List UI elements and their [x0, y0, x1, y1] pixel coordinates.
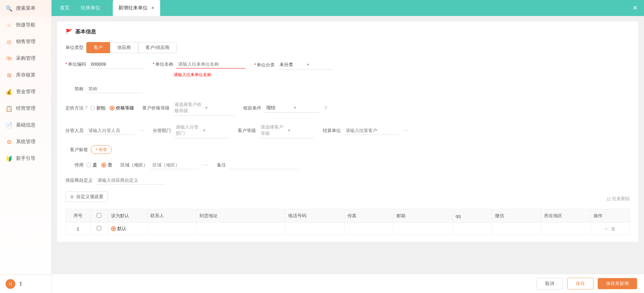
email-input[interactable]: [396, 226, 450, 231]
row-seq: 1: [66, 223, 91, 235]
tab-partners[interactable]: 往来单位 ✕: [75, 0, 113, 16]
sidebar-item-inventory[interactable]: ⊞ 库存核算: [0, 67, 51, 83]
unit-type-label: 单位类型: [65, 44, 84, 51]
code-input[interactable]: [89, 60, 144, 68]
yes-radio-circle: [86, 163, 91, 168]
select-all-checkbox[interactable]: [97, 213, 101, 218]
supplier-custom-input[interactable]: [95, 176, 165, 185]
tab-partners-close[interactable]: ✕: [104, 6, 107, 10]
sidebar-item-finance[interactable]: 💰 资金管理: [0, 83, 51, 100]
col-contact: 联系人: [147, 209, 196, 223]
tab-new-partner-close[interactable]: ✕: [151, 6, 155, 10]
unit-type-field: 单位类型 客户 供应商 客户/供应商: [65, 42, 177, 53]
disabled-radio-no[interactable]: 否: [101, 162, 112, 168]
save-button[interactable]: 保存: [567, 278, 594, 290]
close-main-icon[interactable]: ✕: [629, 4, 641, 12]
sidebar-item-quicknav[interactable]: ⌂ 快捷导航: [0, 17, 51, 33]
unit-type-customer[interactable]: 客户: [86, 42, 110, 53]
contacts-table: 序号 设为默认 联系人 到货地址 电话号码 传真 邮箱 qq 微信 所在地区 操…: [65, 209, 630, 235]
sidebar-item-guide[interactable]: 🔰 新手引导: [0, 150, 51, 167]
disabled-radio-yes[interactable]: 是: [86, 162, 97, 168]
pricing-help-icon[interactable]: ?: [85, 105, 88, 111]
form-card: 🚩 基本信息 单位类型 客户 供应商 客户/供应商 *单位编码: [57, 22, 638, 242]
gear-icon: ⚙: [70, 194, 74, 200]
unit-type-supplier[interactable]: 供应商: [110, 42, 138, 53]
batch-delete-button[interactable]: ⊡ 批量删除: [607, 196, 630, 202]
alias-label: 简称: [74, 86, 84, 92]
row-select-checkbox[interactable]: [97, 226, 101, 230]
code-name-row: *单位编码 *单位名称 请输入往来单位名称 *单位分类 未分类 ▼: [65, 60, 630, 78]
phone-input[interactable]: [288, 226, 341, 231]
fax-input[interactable]: [347, 226, 391, 231]
section-title: 🚩 基本信息: [65, 29, 630, 35]
sidebar-item-sales[interactable]: ◎ 销售管理: [0, 33, 51, 50]
contact-input[interactable]: [150, 226, 194, 231]
pricing-radio-level[interactable]: 价格等级: [110, 105, 134, 111]
category-select[interactable]: 未分类 ▼: [277, 60, 333, 70]
col-wechat: 微信: [492, 209, 541, 223]
alias-input[interactable]: [86, 85, 142, 93]
region-more-icon[interactable]: ···: [202, 162, 209, 168]
row-add-icon[interactable]: +: [605, 226, 608, 231]
no-radio-circle: [101, 163, 106, 168]
region-field: 区域（地区） ···: [120, 161, 209, 169]
manager-input[interactable]: [86, 127, 135, 135]
discount-label: 折扣: [96, 105, 105, 111]
address-input[interactable]: [199, 226, 282, 231]
batch-delete-icon: ⊡: [607, 196, 611, 202]
pricing-row: 定价方法 ? 折扣 价格等级 客户: [65, 100, 630, 116]
department-field: 分管部门 请输入分管部门 ▼: [153, 123, 229, 138]
row-delete-icon[interactable]: 🗑: [611, 226, 615, 231]
settlement-input[interactable]: [344, 127, 399, 135]
sidebar-bottom: U ⬆: [0, 275, 51, 293]
supplier-custom-row: 供应商自定义: [65, 176, 630, 185]
remark-input[interactable]: [229, 161, 298, 169]
row-region-input[interactable]: [544, 226, 587, 231]
add-tag-button[interactable]: + 标签: [91, 145, 112, 154]
payment-field: 收款条件 现结 ▼ ?: [243, 103, 327, 113]
name-label: *单位名称: [153, 61, 173, 67]
custom-settings-button[interactable]: ⚙ 自定义项设置: [65, 192, 108, 202]
sidebar-item-purchase[interactable]: 🛍 采购管理: [0, 50, 51, 67]
payment-select[interactable]: 现结 ▼: [264, 103, 320, 113]
customer-price-select[interactable]: 请选择客户价格等级 ▼: [172, 100, 235, 116]
save-new-button[interactable]: 保存并新增: [598, 278, 637, 289]
region-input[interactable]: [150, 161, 199, 169]
tab-home[interactable]: 首页: [54, 0, 75, 16]
wechat-input[interactable]: [495, 226, 538, 231]
sidebar-item-search[interactable]: 🔍 搜索菜单: [0, 0, 51, 17]
settlement-more-icon[interactable]: ···: [402, 128, 409, 134]
info-icon: 📄: [6, 122, 13, 129]
manager-more-icon[interactable]: ···: [138, 128, 144, 134]
home-icon: ⌂: [6, 22, 13, 29]
customer-level-select[interactable]: 请选择客户等级 ▼: [259, 123, 314, 138]
unit-type-both[interactable]: 客户/供应商: [138, 42, 177, 53]
department-chevron: ▼: [202, 128, 227, 132]
name-input[interactable]: [176, 60, 246, 68]
sidebar-item-basic-info[interactable]: 📄 基础信息: [0, 117, 51, 133]
code-field: *单位编码: [65, 60, 144, 68]
sidebar-item-system[interactable]: ⚙ 系统管理: [0, 133, 51, 150]
unit-type-row: 单位类型 客户 供应商 客户/供应商: [65, 42, 630, 53]
remark-label: 备注: [217, 162, 226, 168]
department-select[interactable]: 请输入分管部门 ▼: [174, 123, 229, 138]
row-qq: [453, 223, 492, 235]
tab-new-partner[interactable]: 新增往来单位 ✕: [113, 0, 160, 16]
col-fax: 传真: [344, 209, 393, 223]
category-field: *单位分类 未分类 ▼: [254, 60, 333, 70]
purchase-icon: 🛍: [6, 55, 13, 62]
sidebar-item-label: 销售管理: [16, 39, 36, 45]
sidebar-item-management[interactable]: 📋 经营管理: [0, 100, 51, 117]
payment-help-icon[interactable]: ?: [324, 105, 327, 111]
sidebar-item-label: 资金管理: [16, 89, 36, 95]
default-radio[interactable]: 默认: [111, 226, 144, 232]
finance-icon: 💰: [6, 88, 13, 95]
pricing-radio-discount[interactable]: 折扣: [90, 105, 105, 111]
sidebar-item-label: 采购管理: [16, 55, 36, 62]
disabled-row: 停用 是 否 区域（地区） ···: [65, 161, 630, 169]
guide-icon: 🔰: [6, 155, 13, 162]
cancel-button[interactable]: 取消: [536, 278, 563, 290]
col-qq: qq: [453, 209, 492, 223]
qq-input[interactable]: [456, 226, 489, 231]
sidebar-item-label: 快捷导航: [16, 22, 36, 28]
